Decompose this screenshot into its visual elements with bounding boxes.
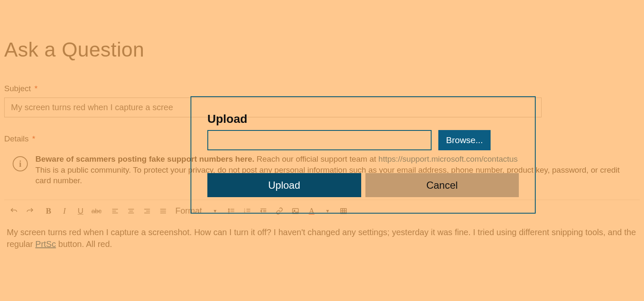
file-row: Browse... — [207, 130, 519, 150]
upload-modal: Upload Browse... Upload Cancel — [191, 96, 536, 214]
modal-title: Upload — [207, 112, 519, 126]
browse-button[interactable]: Browse... — [438, 130, 491, 150]
upload-button[interactable]: Upload — [207, 173, 361, 197]
file-path-input[interactable] — [207, 130, 432, 150]
modal-actions: Upload Cancel — [207, 173, 519, 197]
cancel-button[interactable]: Cancel — [365, 173, 519, 197]
